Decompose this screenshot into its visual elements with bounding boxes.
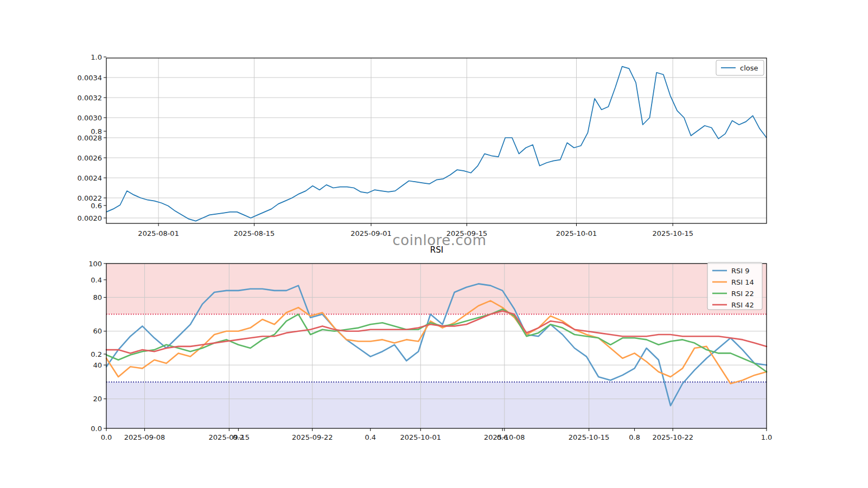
price-x-tick-label: 2025-10-15 xyxy=(652,229,693,237)
overlay-x-tick-label: 0.8 xyxy=(629,433,640,441)
overlay-y-tick-label: 0.0 xyxy=(91,425,102,433)
overbought-band xyxy=(106,264,767,314)
overlay-x-tick-label: 0.2 xyxy=(233,433,244,441)
price-y-tick-label: 0.0030 xyxy=(78,114,103,122)
overlay-y-tick-label: 0.2 xyxy=(91,350,102,358)
rsi-subplot-title: RSI xyxy=(382,245,491,255)
overlay-y-tick-label: 0.6 xyxy=(91,202,102,210)
price-x-tick-label: 2025-10-01 xyxy=(556,229,597,237)
rsi-chart xyxy=(104,264,767,431)
rsi-y-tick-label: 60 xyxy=(93,327,102,335)
rsi-x-tick-label: 2025-10-15 xyxy=(569,433,610,441)
oversold-band xyxy=(106,382,767,428)
price-y-tick-label: 0.0026 xyxy=(78,154,103,162)
rsi-x-tick-label: 2025-10-22 xyxy=(652,433,693,441)
legend-label: RSI 14 xyxy=(731,278,754,286)
overlay-y-tick-label: 0.8 xyxy=(91,127,102,136)
overlay-x-tick-label: 0.4 xyxy=(365,433,376,441)
overlay-x-tick-label: 1.0 xyxy=(761,433,773,441)
price-y-tick-label: 0.0020 xyxy=(78,214,103,222)
overlay-y-tick-label: 1.0 xyxy=(91,53,102,61)
overlay-y-tick-label: 0.4 xyxy=(91,276,102,284)
price-y-tick-label: 0.0022 xyxy=(78,194,103,202)
legend-label: close xyxy=(740,64,758,72)
price-y-tick-label: 0.0032 xyxy=(78,94,103,102)
legend-label: RSI 42 xyxy=(731,301,754,309)
price-y-tick-label: 0.0034 xyxy=(78,74,103,82)
rsi-y-tick-label: 40 xyxy=(93,361,102,369)
rsi-y-tick-label: 100 xyxy=(88,260,102,268)
legend-label: RSI 9 xyxy=(731,267,750,275)
legend-label: RSI 22 xyxy=(731,290,754,298)
figure: 0.00200.00220.00240.00260.00280.00300.00… xyxy=(0,0,868,488)
rsi-y-tick-label: 20 xyxy=(93,395,102,403)
rsi-x-tick-label: 2025-10-01 xyxy=(400,433,442,441)
rsi-y-tick-label: 80 xyxy=(93,293,102,301)
price-x-tick-label: 2025-08-15 xyxy=(234,229,275,237)
overlay-x-tick-label: 0.0 xyxy=(101,433,112,441)
overlay-x-tick-label: 0.6 xyxy=(497,433,508,441)
price-y-tick-label: 0.0024 xyxy=(78,174,103,182)
price-x-tick-label: 2025-08-01 xyxy=(138,229,179,237)
plot-frame xyxy=(106,58,767,223)
rsi-x-tick-label: 2025-09-08 xyxy=(124,433,165,441)
rsi-x-tick-label: 2025-09-22 xyxy=(292,433,333,441)
price-chart xyxy=(104,58,767,226)
